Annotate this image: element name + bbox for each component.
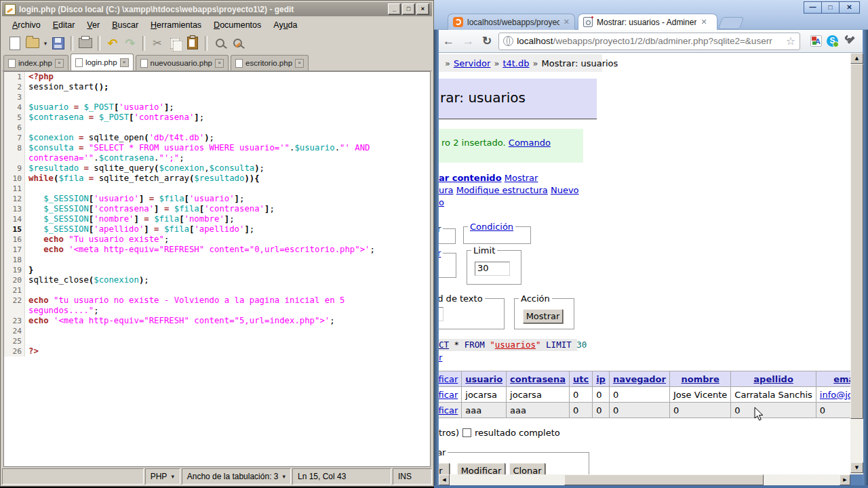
menu-documentos[interactable]: Documentos [208,19,267,31]
vertical-scrollbar[interactable]: ▲ ▼ [850,53,863,474]
scroll-up-icon[interactable]: ▲ [850,53,863,64]
language-selector[interactable]: PHP▾ [145,468,180,485]
action-link[interactable]: ura [439,185,454,195]
whole-result-checkbox[interactable] [462,428,471,437]
reload-icon[interactable]: ↻ [482,34,492,48]
menu-herramientas[interactable]: Herramientas [144,19,208,31]
text-length-input[interactable] [439,307,443,321]
close-icon[interactable]: ✕ [839,1,860,14]
find-icon[interactable] [211,35,229,52]
condition-legend-link[interactable]: Condición [470,222,513,232]
undo-icon[interactable]: ↶ [104,35,121,52]
maximize-icon[interactable]: □ [821,1,840,14]
breadcrumb-link[interactable]: Servidor [454,58,490,68]
editor-tab-nuevousuario.php[interactable]: nuevousuario.php× [136,55,229,70]
scroll-right-icon[interactable]: ▶ [840,474,850,485]
show-button[interactable]: Mostrar [523,309,563,323]
modify-row-link[interactable]: ificar [439,390,458,400]
table-cell: ificar [439,387,462,403]
action-links-line: ura Modifique estructura Nuevo [439,184,579,197]
action-link[interactable]: Nuevo [551,185,579,195]
editor-tab-index.php[interactable]: index.php× [3,55,68,70]
editor-tab-login.php[interactable]: login.php× [71,54,134,70]
bookmark-star-icon[interactable]: ☆ [786,35,795,47]
line-number: 24 [4,326,25,336]
table-cell: 0 [593,403,610,418]
column-sort-link[interactable]: ificar [439,374,458,384]
menu-editar[interactable]: Editar [47,19,81,31]
limit-input[interactable]: 30 [475,262,510,276]
code-line: echo '<meta http-equiv="REFRESH" content… [25,316,335,326]
vertical-scroll-thumb[interactable] [850,64,863,419]
new-tab-button[interactable] [718,17,745,29]
code-line: } [25,265,33,275]
line-number: 8 [4,143,25,153]
gedit-titlebar[interactable]: login.php (Disco local (C:) \xampp\htdoc… [2,2,432,16]
column-sort-link[interactable]: ip [596,374,606,384]
open-dropdown-icon[interactable]: ▾ [41,40,50,47]
editor-tab-escritorio.php[interactable]: escritorio.php× [231,55,309,70]
action-link[interactable]: ar contenido [439,173,502,183]
tab-close-icon[interactable]: × [55,59,64,68]
wrench-menu-icon[interactable] [844,35,856,47]
address-bar[interactable]: localhost/webapps/proyecto1/2/db/adminer… [498,33,800,50]
scroll-left-icon[interactable]: ◀ [439,474,450,485]
gedit-editor[interactable]: 1<?php2session_start();34$usuario = $_PO… [3,71,431,467]
save-icon[interactable] [50,35,67,52]
tab-close-icon[interactable]: × [120,58,129,67]
find-replace-icon[interactable] [229,35,246,52]
menu-buscar[interactable]: Buscar [106,19,144,31]
email-link[interactable]: info@jocars [820,390,850,400]
save-button[interactable]: ar [439,463,450,474]
tab-close-icon[interactable]: ✕ [564,18,570,26]
url-text[interactable]: localhost/webapps/proyecto1/2/db/adminer… [517,36,785,46]
order-legend-link[interactable]: ar [439,248,441,258]
paste-icon[interactable] [184,35,201,52]
tab-width-selector[interactable]: Ancho de la tabulación: 3▾ [182,468,291,485]
line-number: 9 [4,163,25,174]
column-sort-link[interactable]: nombre [682,374,719,384]
tab-close-icon[interactable]: × [295,59,304,68]
horizontal-scroll-thumb[interactable] [564,474,764,485]
copy-icon[interactable] [166,35,184,52]
cut-icon[interactable]: ✂ [149,35,166,52]
minimize-icon[interactable]: _ [388,3,401,15]
browser-frame-left [434,30,439,485]
column-sort-link[interactable]: emai [833,374,850,384]
menu-ayuda[interactable]: Ayuda [267,19,303,31]
browser-tab-1[interactable]: localhost/webapps/proyecto1/✕ [448,14,575,30]
close-icon[interactable]: × [416,3,429,15]
tab-close-icon[interactable]: ✕ [701,18,707,26]
line-number: 21 [4,285,25,296]
action-link[interactable]: Modifique estructura [456,185,548,195]
column-sort-link[interactable]: contrasena [510,374,566,384]
tab-close-icon[interactable]: × [215,59,224,68]
comando-link[interactable]: Comando [509,138,551,148]
menu-ver[interactable]: Ver [81,19,106,31]
translate-extension-icon[interactable]: A [810,35,822,47]
column-sort-link[interactable]: utc [573,374,589,384]
modify-row-link[interactable]: ificar [439,405,458,415]
maximize-icon[interactable]: □ [402,3,415,15]
skype-extension-icon[interactable]: S [827,35,838,47]
edit-query-link[interactable]: r [439,352,442,363]
clone-button[interactable]: Clonar [509,463,545,474]
new-document-icon[interactable] [6,35,24,52]
horizontal-scrollbar[interactable]: ◀ ▶ [439,474,850,485]
action-link[interactable]: o [439,197,444,207]
column-sort-link[interactable]: apellido [753,374,793,384]
forward-icon[interactable]: → [462,35,474,48]
column-sort-link[interactable]: navegador [613,374,666,384]
back-icon[interactable]: ← [443,35,454,48]
minimize-icon[interactable]: — [804,1,822,14]
column-sort-link[interactable]: usuario [465,374,502,384]
open-folder-icon[interactable] [24,35,41,52]
scroll-down-icon[interactable]: ▼ [850,462,863,473]
browser-tab-2[interactable]: Mostrar: usuarios - Adminer✕ [578,14,717,30]
print-icon[interactable] [77,35,94,52]
modify-button[interactable]: Modificar [457,463,505,474]
redo-icon[interactable]: ↷ [121,35,139,52]
action-link[interactable]: Mostrar [505,173,538,183]
menu-archivo[interactable]: Archivo [6,19,47,31]
breadcrumb-link[interactable]: t4t.db [502,58,529,68]
